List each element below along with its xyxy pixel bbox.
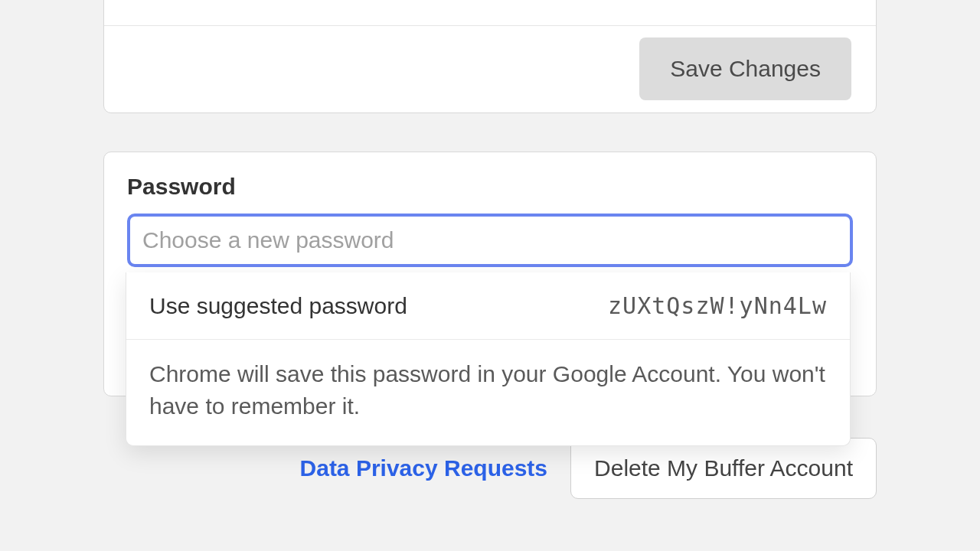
- footer-row: Data Privacy Requests Delete My Buffer A…: [103, 438, 877, 499]
- save-changes-button[interactable]: Save Changes: [639, 37, 851, 100]
- delete-account-button[interactable]: Delete My Buffer Account: [570, 438, 877, 499]
- password-input-container[interactable]: [127, 214, 853, 267]
- password-suggestion-dropdown: Use suggested password zUXtQszW!yNn4Lw C…: [126, 272, 851, 446]
- password-section-title: Password: [127, 174, 853, 200]
- card-divider: [104, 25, 876, 26]
- data-privacy-requests-link[interactable]: Data Privacy Requests: [300, 455, 548, 481]
- password-input[interactable]: [142, 227, 838, 253]
- suggestion-description: Chrome will save this password in your G…: [126, 340, 850, 445]
- suggestion-label: Use suggested password: [149, 293, 407, 319]
- settings-upper-card: Save Changes: [103, 0, 877, 113]
- use-suggested-password-row[interactable]: Use suggested password zUXtQszW!yNn4Lw: [126, 272, 850, 340]
- suggested-password-value: zUXtQszW!yNn4Lw: [608, 292, 827, 319]
